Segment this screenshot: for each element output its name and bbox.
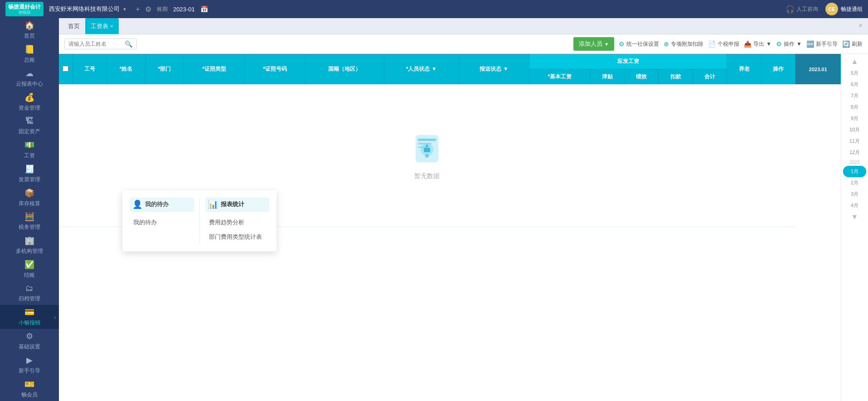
timeline-item-1[interactable]: 1月 xyxy=(843,166,866,177)
new-guide-action[interactable]: 🆕 新手引导 xyxy=(806,40,838,48)
timeline-item-6[interactable]: 6月 xyxy=(841,79,868,90)
guide-icon: ▶ xyxy=(26,355,33,365)
search-icon[interactable]: 🔍 xyxy=(125,40,132,48)
timeline-item-2[interactable]: 2月 xyxy=(841,177,868,188)
sidebar-item-cloud-report[interactable]: ☁ 云报表中心 xyxy=(0,66,59,90)
popup-cost-trend-label: 费用趋势分析 xyxy=(209,219,244,226)
new-guide-icon: 🆕 xyxy=(806,40,814,48)
timeline-item-4[interactable]: 4月 xyxy=(841,200,868,211)
top-bar: 畅捷通好会计 旗舰版 西安虾米网络科技有限公司 ▼ ＋ ⚙ 账期 2023-01… xyxy=(0,0,868,18)
th-allowance: 津贴 xyxy=(590,69,625,85)
th-base-salary: *基本工资 xyxy=(529,69,590,85)
window-close-button[interactable]: × xyxy=(853,18,868,34)
settings-icon[interactable]: ⚙ xyxy=(145,5,151,14)
sidebar-label-salary: 工资 xyxy=(24,152,35,159)
toolbar: 🔍 添加人员 ▼ ⚙ 统一社保设置 ⊕ 专项附加扣除 📄 个税申报 xyxy=(59,34,868,54)
popup-todo-item[interactable]: 我的待办 xyxy=(130,215,194,230)
app-title: 畅捷通好会计 xyxy=(8,4,41,10)
popup-todo-header: 👤 我的待办 xyxy=(130,198,194,212)
timeline-item-12[interactable]: 12月 xyxy=(841,147,868,158)
timeline-item-8[interactable]: 8月 xyxy=(841,101,868,113)
sidebar-item-settlement[interactable]: ✅ 结账 xyxy=(0,257,59,281)
timeline-item-7[interactable]: 7月 xyxy=(841,90,868,101)
service-button[interactable]: 🎧 人工咨询 xyxy=(786,5,818,14)
th-id-type: *证照类型 xyxy=(184,54,245,84)
popup-cost-trend-item[interactable]: 费用趋势分析 xyxy=(205,215,270,230)
calendar-icon[interactable]: 📅 xyxy=(200,5,208,13)
timeline-item-3[interactable]: 3月 xyxy=(841,188,868,200)
popup-dept-cost-item[interactable]: 部门费用类型统计表 xyxy=(205,230,270,244)
tab-salary-label: 工资表 xyxy=(91,22,108,30)
timeline-year-2023: 2023 xyxy=(841,158,868,166)
popup-col-report: 📊 报表统计 费用趋势分析 部门费用类型统计表 xyxy=(205,198,270,244)
search-input[interactable] xyxy=(68,41,123,47)
svg-point-7 xyxy=(425,154,429,158)
popup-cols: 👤 我的待办 我的待办 📊 报表统计 xyxy=(130,198,269,244)
report-header-icon: 📊 xyxy=(208,199,218,209)
company-selector[interactable]: 西安虾米网络科技有限公司 ▼ xyxy=(49,5,127,13)
th-send-status[interactable]: 报送状态 ▼ xyxy=(459,54,529,84)
sidebar-label-fixed-assets: 固定资产 xyxy=(19,128,40,135)
sidebar-item-home[interactable]: 🏠 首页 xyxy=(0,18,59,42)
operation-arrow-icon: ▼ xyxy=(796,41,802,47)
add-icon[interactable]: ＋ xyxy=(134,5,141,14)
tab-home[interactable]: 首页 xyxy=(63,18,85,34)
sidebar-item-multi-org[interactable]: 🏢 多机构管理 xyxy=(0,233,59,257)
popup-todo-label: 我的待办 xyxy=(133,219,157,226)
sidebar-item-invoice[interactable]: 🧾 发票管理 xyxy=(0,162,59,186)
refresh-action[interactable]: 🔄 刷新 xyxy=(842,40,863,48)
sidebar-item-expense[interactable]: 💳 小畅报销 xyxy=(0,305,59,329)
timeline-nav-down[interactable]: ▼ xyxy=(849,211,860,223)
social-insurance-icon: ⚙ xyxy=(619,40,625,48)
timeline-nav-up[interactable]: ▲ xyxy=(849,56,860,68)
company-arrow-icon: ▼ xyxy=(122,7,127,12)
sidebar-label-multi-org: 多机构管理 xyxy=(16,247,43,255)
operation-action[interactable]: ⚙ 操作 ▼ xyxy=(776,40,802,48)
sidebar-label-expense: 小畅报销 xyxy=(19,319,40,327)
th-person-status[interactable]: *人员状态 ▼ xyxy=(384,54,459,84)
timeline-item-9[interactable]: 9月 xyxy=(841,113,868,124)
archive-icon: 🗂 xyxy=(25,284,34,293)
export-action[interactable]: 📤 导出 ▼ xyxy=(744,40,771,48)
user-info[interactable]: CE 畅捷通组 xyxy=(825,3,863,15)
th-country: 国籍（地区） xyxy=(305,54,384,84)
sidebar-item-salary[interactable]: 💵 工资 xyxy=(0,138,59,162)
operation-icon: ⚙ xyxy=(776,40,782,48)
timeline-item-10[interactable]: 10月 xyxy=(841,124,868,135)
sidebar-item-ledger[interactable]: 📒 总账 xyxy=(0,42,59,66)
tax-declare-action[interactable]: 📄 个税申报 xyxy=(708,40,739,48)
select-all-checkbox[interactable] xyxy=(63,66,68,72)
sidebar-item-member[interactable]: 🎫 畅会员 xyxy=(0,377,59,401)
th-dept: *部门 xyxy=(145,54,184,84)
sidebar-label-tax: 税务管理 xyxy=(19,223,40,231)
add-person-button[interactable]: 添加人员 ▼ xyxy=(573,37,614,51)
popup-divider xyxy=(199,198,200,244)
timeline-item-5[interactable]: 5月 xyxy=(841,68,868,79)
th-performance: 绩效 xyxy=(624,69,659,85)
sidebar-item-basic[interactable]: ⚙ 基础设置 xyxy=(0,329,59,353)
special-deduct-icon: ⊕ xyxy=(664,40,669,48)
sidebar-item-guide[interactable]: ▶ 新手引导 xyxy=(0,353,59,377)
svg-rect-1 xyxy=(418,139,436,141)
sidebar-item-archive[interactable]: 🗂 归档管理 xyxy=(0,281,59,305)
sidebar-label-home: 首页 xyxy=(24,32,35,40)
social-insurance-action[interactable]: ⚙ 统一社保设置 xyxy=(619,40,659,48)
sidebar-item-tax[interactable]: 🧮 税务管理 xyxy=(0,209,59,233)
sidebar-item-fund[interactable]: 💰 资金管理 xyxy=(0,90,59,114)
tax-icon: 🧮 xyxy=(24,212,34,222)
avatar: CE xyxy=(825,3,838,15)
tab-salary[interactable]: 工资表 × xyxy=(85,18,119,34)
org-icon: 🏢 xyxy=(24,236,34,246)
th-check[interactable] xyxy=(59,54,73,84)
timeline-item-11[interactable]: 11月 xyxy=(841,135,868,147)
refresh-label: 刷新 xyxy=(852,40,863,48)
sidebar-item-fixed-assets[interactable]: 🏗 固定资产 xyxy=(0,114,59,138)
sidebar-item-inventory[interactable]: 📦 库存核算 xyxy=(0,186,59,210)
special-deduct-action[interactable]: ⊕ 专项附加扣除 xyxy=(664,40,703,48)
sidebar-label-settlement: 结账 xyxy=(24,271,35,279)
sidebar-label-archive: 归档管理 xyxy=(19,295,40,303)
user-name: 畅捷通组 xyxy=(841,5,863,13)
app-logo: 畅捷通好会计 旗舰版 xyxy=(5,2,44,16)
close-tab-icon[interactable]: × xyxy=(110,23,113,29)
special-deduct-label: 专项附加扣除 xyxy=(671,40,703,48)
